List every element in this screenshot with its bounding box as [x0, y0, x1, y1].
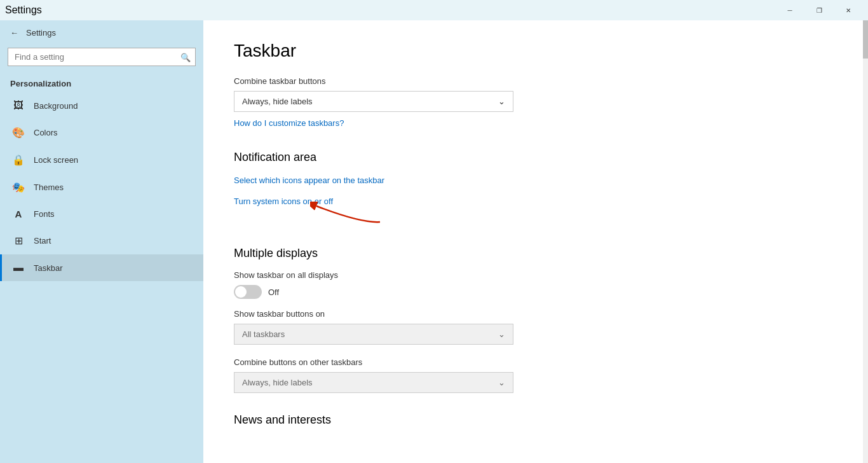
- restore-button[interactable]: ❐: [804, 0, 834, 20]
- titlebar-controls: ─ ❐ ✕: [775, 0, 863, 20]
- scrollbar-track[interactable]: [863, 20, 868, 463]
- sidebar-item-lock-screen[interactable]: 🔒 Lock screen: [0, 146, 203, 174]
- sidebar-item-label-colors: Colors: [34, 128, 58, 137]
- minimize-button[interactable]: ─: [775, 0, 804, 20]
- sidebar: ← Settings 🔍 Personalization 🖼 Backgroun…: [0, 20, 203, 463]
- show-all-displays-row: Off: [234, 285, 832, 299]
- sidebar-item-label-themes: Themes: [34, 183, 64, 192]
- sidebar-item-themes[interactable]: 🎭 Themes: [0, 174, 203, 201]
- show-buttons-on-chevron: ⌄: [498, 329, 505, 339]
- start-icon: ⊞: [12, 235, 25, 247]
- back-button[interactable]: ← Settings: [0, 20, 203, 45]
- show-all-displays-label: Show taskbar on all displays: [234, 270, 832, 280]
- titlebar: Settings ─ ❐ ✕: [0, 0, 868, 20]
- show-all-displays-toggle[interactable]: [234, 285, 262, 299]
- sidebar-item-start[interactable]: ⊞ Start: [0, 227, 203, 254]
- app-body: ← Settings 🔍 Personalization 🖼 Backgroun…: [0, 20, 868, 463]
- customize-taskbars-link[interactable]: How do I customize taskbars?: [234, 118, 344, 128]
- combine-other-dropdown[interactable]: Always, hide labels ⌄: [234, 372, 513, 393]
- sidebar-item-label-start: Start: [34, 236, 51, 245]
- titlebar-left: Settings: [5, 4, 42, 16]
- content-area: Taskbar Combine taskbar buttons Always, …: [203, 20, 863, 463]
- lock-screen-icon: 🔒: [12, 154, 25, 166]
- sidebar-item-label-taskbar: Taskbar: [34, 263, 63, 273]
- show-buttons-on-dropdown[interactable]: All taskbars ⌄: [234, 324, 513, 345]
- select-icons-link[interactable]: Select which icons appear on the taskbar: [234, 176, 384, 185]
- back-label: Settings: [26, 28, 56, 38]
- sidebar-section-label: Personalization: [0, 74, 203, 92]
- sidebar-item-background[interactable]: 🖼 Background: [0, 92, 203, 119]
- combine-buttons-dropdown[interactable]: Always, hide labels ⌄: [234, 91, 513, 112]
- sidebar-item-fonts[interactable]: A Fonts: [0, 201, 203, 227]
- combine-buttons-value: Always, hide labels: [242, 97, 313, 106]
- close-button[interactable]: ✕: [834, 0, 863, 20]
- combine-other-label: Combine buttons on other taskbars: [234, 357, 832, 367]
- sidebar-item-colors[interactable]: 🎨 Colors: [0, 119, 203, 146]
- search-input[interactable]: [8, 48, 196, 66]
- combine-other-value: Always, hide labels: [242, 378, 313, 387]
- sidebar-item-taskbar[interactable]: ▬ Taskbar: [0, 254, 203, 281]
- show-buttons-on-value: All taskbars: [242, 329, 285, 339]
- system-icons-link[interactable]: Turn system icons on or off: [234, 197, 333, 206]
- news-heading: News and interests: [234, 413, 832, 427]
- titlebar-title: Settings: [5, 4, 42, 16]
- combine-other-chevron: ⌄: [498, 378, 505, 387]
- sidebar-item-label-background: Background: [34, 101, 78, 111]
- fonts-icon: A: [12, 209, 25, 219]
- themes-icon: 🎭: [12, 181, 25, 193]
- notification-area-heading: Notification area: [234, 151, 832, 164]
- search-container: 🔍: [8, 48, 196, 66]
- multiple-displays-heading: Multiple displays: [234, 247, 832, 260]
- scrollbar-thumb[interactable]: [863, 20, 868, 59]
- show-all-displays-value: Off: [268, 287, 279, 297]
- combine-buttons-label: Combine taskbar buttons: [234, 76, 832, 86]
- colors-icon: 🎨: [12, 127, 25, 139]
- combine-buttons-chevron: ⌄: [498, 97, 505, 106]
- show-buttons-on-label: Show taskbar buttons on: [234, 309, 832, 319]
- background-icon: 🖼: [12, 100, 25, 111]
- sidebar-item-label-fonts: Fonts: [34, 209, 55, 219]
- sidebar-item-label-lock-screen: Lock screen: [34, 155, 78, 165]
- search-icon: 🔍: [180, 52, 191, 62]
- back-icon: ←: [10, 28, 18, 38]
- taskbar-icon: ▬: [12, 262, 25, 273]
- page-title: Taskbar: [234, 41, 832, 61]
